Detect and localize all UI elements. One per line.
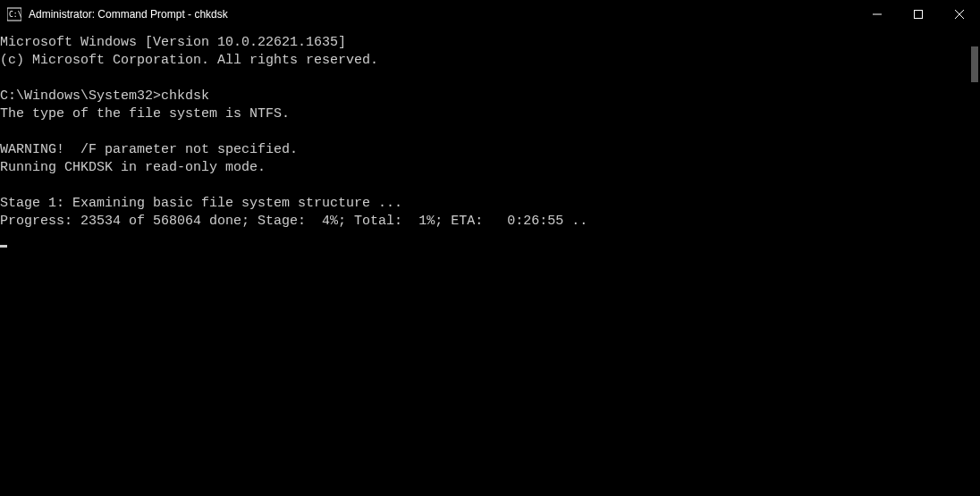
eta-label: ; ETA: — [435, 214, 507, 229]
window-title: Administrator: Command Prompt - chkdsk — [29, 8, 228, 21]
command-prompt-icon: C:\ — [7, 7, 21, 21]
window-controls — [857, 0, 980, 29]
titlebar-left: C:\ Administrator: Command Prompt - chkd… — [7, 7, 228, 21]
maximize-button[interactable] — [898, 0, 939, 29]
output-line: WARNING! /F parameter not specified. — [0, 142, 298, 157]
terminal-output: Microsoft Windows [Version 10.0.22621.16… — [0, 29, 980, 248]
command-text: chkdsk — [161, 88, 209, 104]
progress-of: of — [121, 214, 153, 229]
scrollbar-track[interactable] — [969, 29, 980, 496]
output-line: Running CHKDSK in read-only mode. — [0, 160, 266, 175]
stage-pct: 4% — [322, 214, 338, 229]
eta-dots: .. — [563, 214, 587, 229]
total-pct: 1% — [418, 214, 435, 229]
svg-text:C:\: C:\ — [9, 11, 21, 19]
prompt-text: C:\Windows\System32> — [0, 88, 161, 104]
output-line: The type of the file system is NTFS. — [0, 106, 290, 122]
progress-label: Progress: — [0, 214, 80, 229]
output-line: Stage 1: Examining basic file system str… — [0, 196, 402, 211]
output-line: Microsoft Windows [Version 10.0.22621.16… — [0, 35, 346, 50]
scrollbar-thumb[interactable] — [971, 46, 978, 82]
progress-done: 23534 — [80, 214, 121, 229]
progress-total: 568064 — [153, 214, 201, 229]
minimize-button[interactable] — [857, 0, 898, 29]
eta-value: 0:26:55 — [507, 214, 563, 229]
titlebar[interactable]: C:\ Administrator: Command Prompt - chkd… — [0, 0, 980, 29]
total-label: ; Total: — [338, 214, 418, 229]
output-line: (c) Microsoft Corporation. All rights re… — [0, 53, 378, 68]
progress-done-label: done; Stage: — [201, 214, 322, 229]
cursor — [0, 245, 7, 248]
svg-rect-3 — [915, 11, 923, 19]
close-button[interactable] — [939, 0, 980, 29]
